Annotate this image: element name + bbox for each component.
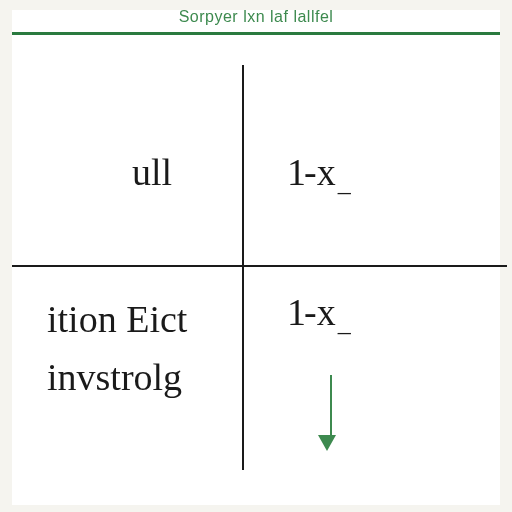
- q1-text: ull: [132, 151, 172, 193]
- quadrant-bottom-left: ition Eict invstrolg: [47, 297, 187, 400]
- horizontal-divider: [12, 265, 507, 267]
- header-title: Sorpyer lxn laf lallfel: [179, 8, 334, 26]
- q3-line1: ition Eict: [47, 298, 187, 340]
- q3-line2: invstrolg: [47, 355, 187, 401]
- vertical-divider: [242, 65, 244, 470]
- quadrant-bottom-right: 1-x_: [287, 290, 351, 338]
- quadrant-top-right: 1-x_: [287, 150, 351, 198]
- quadrant-grid: ull 1-x_ ition Eict invstrolg 1-x_: [32, 65, 477, 485]
- down-arrow-icon: [326, 375, 336, 451]
- header-divider: [12, 32, 500, 35]
- diagram-frame: Sorpyer lxn laf lallfel ull 1-x_ ition E…: [12, 10, 500, 505]
- quadrant-top-left: ull: [132, 150, 172, 196]
